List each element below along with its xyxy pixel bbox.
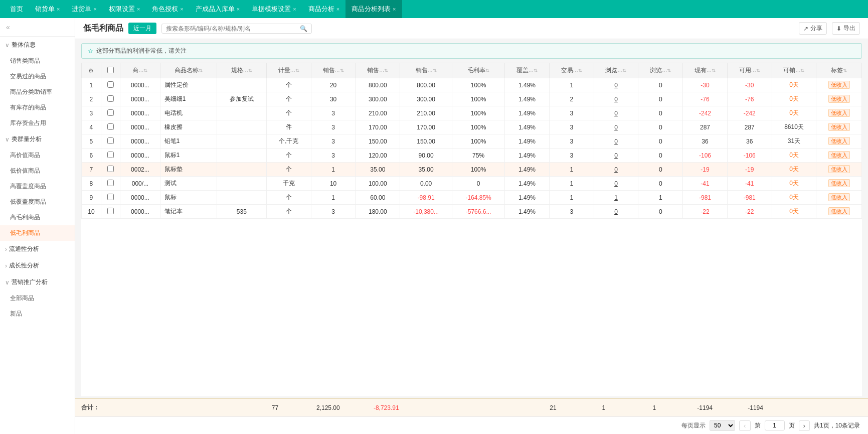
sidebar-item-low-coverage[interactable]: 低覆盖度商品 xyxy=(0,194,75,210)
nav-close-permission[interactable]: × xyxy=(137,6,140,12)
nav-close-template[interactable]: × xyxy=(293,6,296,12)
row-checkbox[interactable] xyxy=(107,208,114,214)
nav-role-auth[interactable]: 角色授权 × xyxy=(146,0,189,18)
sidebar-item-traded-products[interactable]: 交易过的商品 xyxy=(0,69,75,84)
nav-template-settings[interactable]: 单据模板设置 × xyxy=(246,0,302,18)
row-checkbox[interactable] xyxy=(107,123,114,130)
cell-current-stock: 287 xyxy=(683,120,728,134)
cell-browse1[interactable]: 0 xyxy=(594,106,638,120)
cell-checkbox[interactable] xyxy=(101,205,120,219)
page-number-input[interactable] xyxy=(765,420,785,430)
col-checkbox[interactable] xyxy=(101,63,120,78)
cell-checkbox[interactable] xyxy=(101,134,120,149)
sidebar-item-high-margin[interactable]: 高毛利商品 xyxy=(0,210,75,225)
col-sales-amount[interactable]: 销售...⇅ xyxy=(400,63,452,78)
cell-browse1[interactable]: 0 xyxy=(594,205,638,219)
cell-browse1[interactable]: 0 xyxy=(594,92,638,106)
cell-no: 7 xyxy=(82,163,101,177)
nav-permission[interactable]: 权限设置 × xyxy=(103,0,146,18)
col-browse2[interactable]: 浏览...⇅ xyxy=(638,63,683,78)
cell-browse1[interactable]: 0 xyxy=(594,134,638,149)
row-checkbox[interactable] xyxy=(107,109,114,116)
nav-close-analysis[interactable]: × xyxy=(336,6,339,12)
row-checkbox[interactable] xyxy=(107,152,114,158)
cell-checkbox[interactable] xyxy=(101,78,120,92)
row-checkbox[interactable] xyxy=(107,137,114,144)
nav-home[interactable]: 首页 xyxy=(4,0,29,18)
col-code[interactable]: 商...⇅ xyxy=(120,63,160,78)
row-checkbox[interactable] xyxy=(107,194,114,200)
cell-checkbox[interactable] xyxy=(101,149,120,163)
prev-page-button[interactable]: ‹ xyxy=(739,420,750,431)
col-tag[interactable]: 标签⇅ xyxy=(816,63,862,78)
row-checkbox[interactable] xyxy=(107,180,114,186)
sort-icon-code: ⇅ xyxy=(143,68,147,73)
page-size-select[interactable]: 50 100 200 xyxy=(710,420,735,431)
cell-sales-price: 100.00 xyxy=(356,177,400,191)
cell-checkbox[interactable] xyxy=(101,92,120,106)
cell-checkbox[interactable] xyxy=(101,106,120,120)
nav-analysis-list[interactable]: 商品分析列表 × xyxy=(345,0,402,18)
col-unit[interactable]: 计量...⇅ xyxy=(266,63,311,78)
sidebar-item-high-coverage[interactable]: 高覆盖度商品 xyxy=(0,179,75,194)
row-checkbox[interactable] xyxy=(107,166,114,172)
cell-checkbox[interactable] xyxy=(101,177,120,191)
nav-close-role[interactable]: × xyxy=(180,6,183,12)
col-gross-margin[interactable]: 毛利率⇅ xyxy=(452,63,505,78)
nav-finished-goods[interactable]: 产成品入库单 × xyxy=(190,0,246,18)
nav-sales-order[interactable]: 销货单 × xyxy=(29,0,66,18)
nav-close-sales[interactable]: × xyxy=(57,6,60,12)
sidebar-item-new-products[interactable]: 新品 xyxy=(0,306,75,322)
sidebar-item-all-products[interactable]: 全部商品 xyxy=(0,291,75,306)
export-button[interactable]: ⬇ 导出 xyxy=(832,22,860,35)
cell-browse1[interactable]: 0 xyxy=(594,149,638,163)
col-available-stock[interactable]: 可用...⇅ xyxy=(727,63,772,78)
sidebar-item-capital-usage[interactable]: 库存资金占用 xyxy=(0,115,75,131)
sidebar-group-growth[interactable]: › 成长性分析 xyxy=(0,257,75,274)
select-all-checkbox[interactable] xyxy=(107,67,114,73)
cell-checkbox[interactable] xyxy=(101,191,120,205)
sidebar-group-marketing[interactable]: ∨ 营销推广分析 xyxy=(0,274,75,291)
search-icon[interactable]: 🔍 xyxy=(300,25,307,32)
row-checkbox[interactable] xyxy=(107,81,114,88)
col-sales-qty[interactable]: 销售...⇅ xyxy=(311,63,356,78)
col-current-stock[interactable]: 现有...⇅ xyxy=(683,63,728,78)
time-filter-button[interactable]: 近一月 xyxy=(128,23,156,34)
cell-checkbox[interactable] xyxy=(101,120,120,134)
cell-browse1[interactable]: 0 xyxy=(594,177,638,191)
nav-product-analysis[interactable]: 商品分析 × xyxy=(302,0,345,18)
cell-browse1[interactable]: 0 xyxy=(594,78,638,92)
cell-browse1[interactable]: 0 xyxy=(594,163,638,177)
col-coverage[interactable]: 覆盖...⇅ xyxy=(505,63,550,78)
search-input[interactable] xyxy=(166,25,298,32)
sidebar-group-liquidity[interactable]: › 流通性分析 xyxy=(0,241,75,257)
col-sellable-days[interactable]: 可销...⇅ xyxy=(772,63,816,78)
next-page-button[interactable]: › xyxy=(799,420,810,431)
sidebar-item-sales-products[interactable]: 销售类商品 xyxy=(0,53,75,69)
sidebar-item-high-value[interactable]: 高价值商品 xyxy=(0,148,75,163)
col-spec[interactable]: 规格...⇅ xyxy=(217,63,266,78)
nav-close-purchase[interactable]: × xyxy=(93,6,96,12)
col-name[interactable]: 商品名称⇅ xyxy=(160,63,217,78)
sidebar-collapse-btn[interactable]: « xyxy=(4,21,12,33)
sidebar-item-category-rate[interactable]: 商品分类助销率 xyxy=(0,84,75,100)
sidebar-group-overall[interactable]: ∨ 整体信息 xyxy=(0,37,75,53)
nav-close-finished[interactable]: × xyxy=(237,6,240,12)
sidebar-item-low-margin[interactable]: 低毛利商品 xyxy=(0,225,75,241)
cell-tag: 低收入 xyxy=(816,191,862,205)
col-setting[interactable]: ⚙ xyxy=(82,63,101,78)
sidebar-item-low-value[interactable]: 低价值商品 xyxy=(0,163,75,179)
share-button[interactable]: ↗ 分享 xyxy=(799,22,827,35)
sidebar-group-cluster[interactable]: ∨ 类群量分析 xyxy=(0,131,75,148)
col-sales-price[interactable]: 销售...⇅ xyxy=(356,63,400,78)
nav-purchase-order[interactable]: 进货单 × xyxy=(66,0,102,18)
col-trade[interactable]: 交易...⇅ xyxy=(549,63,594,78)
nav-close-analysis-list[interactable]: × xyxy=(393,6,396,12)
cell-browse1[interactable]: 1 xyxy=(594,191,638,205)
total-current-stock: -1194 xyxy=(690,404,720,411)
row-checkbox[interactable] xyxy=(107,95,114,102)
col-browse1[interactable]: 浏览...⇅ xyxy=(594,63,638,78)
cell-browse1[interactable]: 0 xyxy=(594,120,638,134)
sidebar-item-stocked-products[interactable]: 有库存的商品 xyxy=(0,100,75,115)
cell-checkbox[interactable] xyxy=(101,163,120,177)
